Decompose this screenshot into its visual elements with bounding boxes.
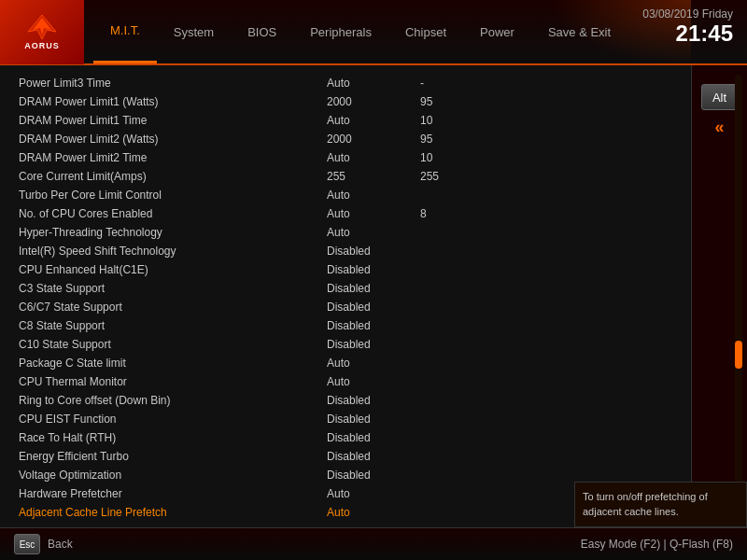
setting-value: Disabled (327, 394, 420, 407)
setting-value: Disabled (327, 338, 420, 351)
settings-list: Power Limit3 TimeAuto-DRAM Power Limit1 … (0, 65, 691, 527)
setting-row[interactable]: C3 State SupportDisabled (19, 280, 672, 297)
setting-row[interactable]: DRAM Power Limit1 TimeAuto10 (19, 112, 672, 129)
setting-name: C6/C7 State Support (19, 301, 327, 314)
double-arrow-icon[interactable]: « (714, 118, 724, 137)
setting-name: DRAM Power Limit2 (Watts) (19, 133, 327, 146)
setting-row[interactable]: C6/C7 State SupportDisabled (19, 299, 672, 315)
tab-bios[interactable]: BIOS (231, 0, 293, 63)
setting-value: Disabled (327, 282, 420, 295)
aorus-logo-icon (23, 13, 61, 41)
setting-value: Disabled (327, 413, 420, 426)
footer: Esc Back Easy Mode (F2) | Q-Flash (F8) (0, 527, 747, 560)
datetime: 03/08/2019 Friday 21:45 (642, 7, 733, 47)
setting-name: CPU Enhanced Halt(C1E) (19, 263, 327, 276)
setting-name: Voltage Optimization (19, 469, 327, 482)
setting-row[interactable]: CPU Enhanced Halt(C1E)Disabled (19, 261, 672, 278)
setting-extra: - (420, 77, 476, 90)
setting-value: 2000 (327, 95, 420, 108)
setting-row[interactable]: DRAM Power Limit1 (Watts)200095 (19, 93, 672, 110)
setting-row[interactable]: C8 State SupportDisabled (19, 317, 672, 334)
setting-name: CPU EIST Function (19, 413, 327, 426)
setting-row[interactable]: Hyper-Threading TechnologyAuto (19, 224, 672, 241)
header: AORUS M.I.T. System BIOS Peripherals Chi… (0, 0, 747, 65)
scrollbar-thumb[interactable] (735, 341, 742, 369)
setting-row[interactable]: Energy Efficient TurboDisabled (19, 448, 672, 465)
esc-key[interactable]: Esc (14, 534, 40, 554)
setting-value: Disabled (327, 301, 420, 314)
setting-value: Auto (327, 189, 420, 202)
setting-name: Energy Efficient Turbo (19, 450, 327, 463)
setting-extra: 255 (420, 170, 476, 183)
date-display: 03/08/2019 Friday (642, 7, 733, 21)
setting-name: DRAM Power Limit2 Time (19, 151, 327, 164)
setting-extra: 95 (420, 95, 476, 108)
setting-value: Disabled (327, 263, 420, 276)
setting-value: Auto (327, 207, 420, 220)
alt-button[interactable]: Alt (701, 84, 739, 110)
setting-extra: 8 (420, 207, 476, 220)
setting-name: DRAM Power Limit1 Time (19, 114, 327, 127)
setting-row[interactable]: Package C State limitAuto (19, 355, 672, 371)
right-panel: Alt « (691, 65, 747, 527)
setting-name: CPU Thermal Monitor (19, 375, 327, 388)
tooltip-text: To turn on/off prefetching of adjacent c… (583, 491, 708, 516)
setting-row[interactable]: DRAM Power Limit2 TimeAuto10 (19, 149, 672, 166)
setting-name: Power Limit3 Time (19, 77, 327, 90)
setting-extra: 10 (420, 151, 476, 164)
tooltip-box: To turn on/off prefetching of adjacent c… (574, 482, 747, 527)
setting-value: Auto (327, 151, 420, 164)
setting-value: Disabled (327, 319, 420, 332)
tab-mit[interactable]: M.I.T. (93, 0, 157, 63)
setting-row[interactable]: No. of CPU Cores EnabledAuto8 (19, 205, 672, 222)
setting-name: Hardware Prefetcher (19, 487, 327, 500)
setting-value: Auto (327, 114, 420, 127)
scrollbar-track[interactable] (735, 75, 742, 518)
setting-row[interactable]: Race To Halt (RTH)Disabled (19, 429, 672, 446)
setting-row[interactable]: Ring to Core offset (Down Bin)Disabled (19, 392, 672, 409)
setting-name: Package C State limit (19, 357, 327, 370)
setting-name: Turbo Per Core Limit Control (19, 189, 327, 202)
setting-row[interactable]: Power Limit3 TimeAuto- (19, 75, 672, 91)
setting-value: Auto (327, 487, 420, 500)
setting-row[interactable]: Intel(R) Speed Shift TechnologyDisabled (19, 243, 672, 259)
setting-value: 2000 (327, 133, 420, 146)
setting-value: Disabled (327, 450, 420, 463)
setting-name: Ring to Core offset (Down Bin) (19, 394, 327, 407)
setting-row[interactable]: Turbo Per Core Limit ControlAuto (19, 187, 672, 203)
setting-name: Intel(R) Speed Shift Technology (19, 245, 327, 258)
setting-name: Race To Halt (RTH) (19, 431, 327, 444)
tab-system[interactable]: System (157, 0, 231, 63)
setting-extra: 10 (420, 114, 476, 127)
setting-name: Hyper-Threading Technology (19, 226, 327, 239)
logo-area: AORUS (0, 0, 84, 64)
setting-name: Adjacent Cache Line Prefetch (19, 506, 327, 519)
setting-name: C10 State Support (19, 338, 327, 351)
setting-value: 255 (327, 170, 420, 183)
main-content: Power Limit3 TimeAuto-DRAM Power Limit1 … (0, 65, 747, 527)
setting-value: Auto (327, 375, 420, 388)
time-display: 21:45 (642, 21, 733, 47)
setting-value: Disabled (327, 469, 420, 482)
setting-name: No. of CPU Cores Enabled (19, 207, 327, 220)
setting-name: C8 State Support (19, 319, 327, 332)
setting-row[interactable]: Core Current Limit(Amps)255255 (19, 168, 672, 185)
setting-value: Auto (327, 226, 420, 239)
back-label: Back (48, 538, 73, 551)
footer-right: Easy Mode (F2) | Q-Flash (F8) (581, 538, 733, 551)
setting-value: Auto (327, 77, 420, 90)
setting-name: C3 State Support (19, 282, 327, 295)
tab-save-exit[interactable]: Save & Exit (531, 0, 627, 63)
setting-value: Disabled (327, 245, 420, 258)
setting-value: Auto (327, 506, 420, 519)
tab-peripherals[interactable]: Peripherals (293, 0, 388, 63)
setting-row[interactable]: C10 State SupportDisabled (19, 336, 672, 353)
footer-left: Esc Back (14, 534, 73, 554)
tab-power[interactable]: Power (463, 0, 531, 63)
setting-row[interactable]: DRAM Power Limit2 (Watts)200095 (19, 131, 672, 147)
setting-row[interactable]: CPU EIST FunctionDisabled (19, 411, 672, 427)
setting-row[interactable]: CPU Thermal MonitorAuto (19, 373, 672, 390)
tab-chipset[interactable]: Chipset (388, 0, 463, 63)
logo-text: AORUS (24, 41, 60, 50)
svg-marker-1 (33, 18, 51, 35)
